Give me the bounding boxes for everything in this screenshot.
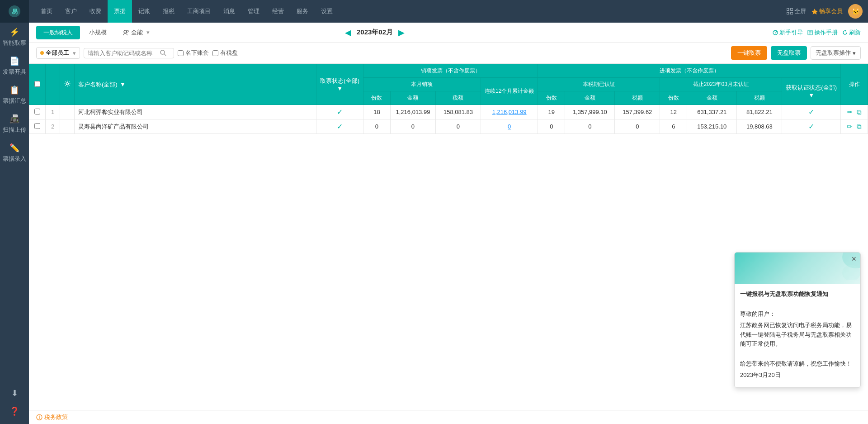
th-purchase-invoices: 进项发票（不含作废票）: [538, 64, 841, 78]
employee-chevron: ▾: [73, 50, 76, 57]
has-tax-disk-checkbox[interactable]: 有税盘: [212, 49, 238, 57]
one-click-fetch-button[interactable]: 一键取票: [731, 46, 767, 60]
row-operations: ✏ ⧉: [841, 105, 868, 119]
fullscreen-button[interactable]: 全屏: [787, 7, 806, 15]
row-settings-cell: [60, 105, 75, 119]
tab-all[interactable]: 全能 ▾: [116, 24, 159, 40]
logo-icon: 易: [8, 5, 21, 18]
employee-dot: [40, 51, 44, 55]
no-disk-ops-button[interactable]: 无盘取票操作 ▾: [811, 46, 861, 60]
topnav-right: 全屏 畅享会员 🐱: [787, 4, 863, 19]
row-cert-count: 19: [538, 105, 565, 119]
copy-button[interactable]: ⧉: [857, 108, 862, 116]
row-num: 1: [46, 105, 60, 119]
th-customer-name: 客户名称(全部) ▼: [75, 64, 316, 105]
nav-tax[interactable]: 报税: [156, 0, 181, 23]
popup-content-2: 江苏政务网已恢复访问电子税务局功能，易代账一键登陆电子税务局与无盘取票相关功能可…: [740, 321, 855, 349]
row-uncert-amount: 631,337.21: [687, 105, 737, 119]
sidebar-item-smart-fetch[interactable]: ⚡ 智能取票: [0, 23, 29, 52]
popup-close-button[interactable]: ✕: [851, 255, 857, 262]
nav-manage[interactable]: 管理: [241, 0, 266, 23]
svg-line-17: [164, 54, 166, 56]
user-avatar[interactable]: 🐱: [848, 4, 863, 19]
popup-body: 一键报税与无盘取票功能恢复通知 尊敬的用户： 江苏政务网已恢复访问电子税务局功能…: [735, 284, 860, 387]
customer-filter-icon[interactable]: ▼: [120, 81, 126, 88]
nav-message[interactable]: 消息: [217, 0, 241, 23]
cert-status-filter[interactable]: ▼: [808, 92, 814, 99]
row-monthly-amount: 0: [390, 119, 435, 134]
scan-icon: 📠: [9, 114, 19, 124]
manual-link[interactable]: 操作手册: [807, 29, 838, 37]
th-cumulative: 连续12个月累计金额: [481, 78, 538, 105]
nav-collection[interactable]: 收费: [83, 0, 108, 23]
svg-rect-2: [787, 8, 789, 10]
svg-point-18: [66, 83, 68, 85]
search-input[interactable]: [88, 50, 160, 57]
nav-operation[interactable]: 经营: [266, 0, 290, 23]
tab-small-scale[interactable]: 小规模: [82, 26, 114, 39]
help-button[interactable]: ❓: [0, 403, 29, 419]
tab-all-chevron[interactable]: ▾: [145, 27, 151, 38]
th-uncertified: 截止2023年03月未认证: [660, 78, 782, 91]
fetch-status-filter[interactable]: ▼: [337, 85, 343, 92]
select-all-checkbox[interactable]: [34, 81, 40, 87]
nav-service[interactable]: 服务: [290, 0, 315, 23]
entry-icon: ✏️: [9, 143, 19, 153]
sidebar-item-invoice-summary[interactable]: 📋 票据汇总: [0, 81, 29, 110]
invoice-table: 客户名称(全部) ▼ 取票状态(全部) ▼ 销项发票（不含作废票） 进项发票（不…: [29, 64, 868, 134]
cumulative-link[interactable]: 1,216,013.99: [492, 109, 527, 115]
employee-select[interactable]: 全部员工 ▾: [36, 47, 80, 59]
member-button[interactable]: 畅享会员: [811, 7, 843, 15]
row-cert-status: ✓: [782, 119, 841, 134]
th-monthly-sales: 本月销项: [363, 78, 481, 91]
invoice-icon: 📄: [9, 56, 19, 66]
row-checkbox-cell: [29, 119, 46, 134]
tab-general-taxpayer[interactable]: 一般纳税人: [36, 26, 80, 39]
cumulative-link[interactable]: 0: [508, 123, 511, 130]
row-uncert-tax: 19,808.63: [737, 119, 782, 134]
row-settings-cell: [60, 119, 75, 134]
nav-bookkeeping[interactable]: 记账: [132, 0, 156, 23]
th-monthly-tax: 税额: [435, 91, 481, 105]
nav-invoice[interactable]: 票据: [108, 0, 132, 23]
edit-button[interactable]: ✏: [847, 108, 853, 116]
settings-icon: [64, 81, 71, 87]
th-sales-invoices: 销项发票（不含作废票）: [363, 64, 538, 78]
sidebar-item-invoice-issue[interactable]: 📄 发票开具: [0, 52, 29, 81]
nav-settings[interactable]: 设置: [315, 0, 339, 23]
nav-home[interactable]: 首页: [34, 0, 59, 23]
row-monthly-count: 18: [363, 105, 390, 119]
nav-business[interactable]: 工商项目: [181, 0, 217, 23]
refresh-link[interactable]: 刷新: [842, 29, 861, 37]
popup-content-1: 尊敬的用户：: [740, 310, 855, 319]
new-guide-link[interactable]: ? 新手引导: [773, 29, 803, 37]
check-account-checkbox[interactable]: 名下账套: [178, 49, 209, 57]
download-button[interactable]: ⬇: [0, 385, 29, 401]
th-checkbox: [29, 64, 46, 105]
tab-actions: ? 新手引导 操作手册 刷新: [773, 29, 861, 37]
summary-icon: 📋: [9, 85, 19, 95]
row-checkbox[interactable]: [34, 109, 40, 114]
tax-policy-icon: i: [36, 414, 42, 420]
row-cert-status: ✓: [782, 105, 841, 119]
edit-button[interactable]: ✏: [847, 123, 853, 130]
no-disk-fetch-button[interactable]: 无盘取票: [771, 46, 807, 60]
sidebar-item-scan-upload[interactable]: 📠 扫描上传: [0, 110, 29, 138]
row-cumulative: 1,216,013.99: [481, 105, 538, 119]
next-month-button[interactable]: ▶: [396, 28, 407, 38]
popup-notification: ✕ 一键报税与无盘取票功能恢复通知 尊敬的用户： 江苏政务网已恢复访问电子税务局…: [734, 252, 861, 388]
sidebar-item-invoice-entry[interactable]: ✏️ 票据录入: [0, 138, 29, 167]
svg-rect-3: [791, 8, 793, 10]
manual-icon: [807, 30, 813, 35]
th-num: [46, 64, 60, 105]
row-monthly-tax: 0: [435, 119, 481, 134]
tax-policy-link[interactable]: i 税务政策: [36, 413, 68, 421]
th-monthly-amount: 金额: [390, 91, 435, 105]
row-uncert-count: 12: [660, 105, 687, 119]
copy-button[interactable]: ⧉: [857, 123, 862, 130]
th-uncert-tax: 税额: [737, 91, 782, 105]
svg-text:易: 易: [12, 8, 18, 15]
row-checkbox[interactable]: [34, 123, 40, 129]
nav-customer[interactable]: 客户: [59, 0, 83, 23]
prev-month-button[interactable]: ◀: [342, 28, 354, 38]
